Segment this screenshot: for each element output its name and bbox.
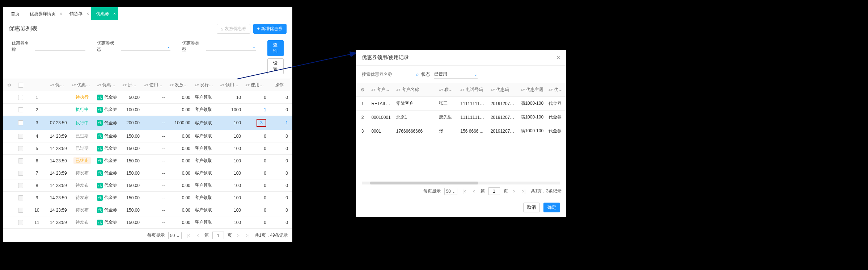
sort-icon: ▴▾ <box>144 84 148 86</box>
col-phone[interactable]: ▴▾电话号码 <box>458 83 488 97</box>
use-qty: 0 <box>268 142 290 155</box>
table-row[interactable]: 2 执行中 代代金券 100.00 -- 0.00 客户领取 1000 1 0 … <box>3 104 292 116</box>
col-customer-name[interactable]: ▴▾客户名称 <box>394 83 437 97</box>
table-row[interactable]: 1 待执行 代代金券 50.00 -- 0.00 客户领取 10 0 0 ⇱ ⊞ <box>3 91 292 104</box>
col-method[interactable]: ▴▾发放方式 <box>167 79 192 91</box>
col-coupon-code[interactable]: ▴▾优惠码 <box>488 83 518 97</box>
type-text: 代金券 <box>104 195 117 200</box>
tab-detail[interactable]: 优惠券详情页 × <box>25 7 64 20</box>
close-icon[interactable]: × <box>86 7 89 20</box>
page-input[interactable] <box>212 232 224 239</box>
prev-page-button[interactable]: < <box>471 189 477 194</box>
state-select[interactable]: 已使用 ⌄ <box>434 70 478 79</box>
row-checkbox[interactable] <box>18 95 23 100</box>
col-use[interactable]: ▴▾使用数量 <box>243 79 268 91</box>
row-checkbox[interactable] <box>18 158 23 163</box>
tab-sales[interactable]: 销货单 × <box>64 7 91 20</box>
horizontal-scrollbar[interactable] <box>362 182 560 184</box>
next-page-button[interactable]: > <box>236 233 241 238</box>
row-checkbox[interactable] <box>18 134 23 139</box>
customer-name: 北京1 <box>394 111 437 124</box>
settings-button[interactable]: 设置 <box>267 58 284 74</box>
table-row[interactable]: 10 14 23:59 待发布 代代金券 150.00 -- 0.00 客户领取… <box>3 204 292 216</box>
gear-icon[interactable]: ⚙ <box>7 83 11 88</box>
coupon-type-select[interactable]: ⌄ <box>206 42 256 51</box>
col-face[interactable]: ▴▾优惠券面值 <box>95 79 120 91</box>
table-row[interactable]: 7 14 23:59 待发布 代代金券 150.00 -- 0.00 客户领取 … <box>3 167 292 179</box>
first-page-button[interactable]: |< <box>185 233 192 238</box>
last-page-button[interactable]: >| <box>245 233 251 238</box>
state-label: 状态 <box>421 71 430 78</box>
prev-page-button[interactable]: < <box>195 233 201 238</box>
page-input[interactable] <box>488 187 500 195</box>
gear-icon[interactable]: ⚙ <box>361 87 365 92</box>
row-checkbox[interactable] <box>18 107 23 112</box>
table-row[interactable]: 5 14 23:59 已过期 代代金券 150.00 -- 0.00 客户领取 … <box>3 142 292 155</box>
table-row[interactable]: 11 14 23:59 待发布 代代金券 150.00 -- 0.00 客户领取… <box>3 216 292 229</box>
col-topic[interactable]: ▴▾优惠主题 <box>518 83 546 97</box>
coupon-status-select[interactable]: ⌄ <box>121 42 170 51</box>
row-checkbox[interactable] <box>18 183 23 188</box>
search-input[interactable] <box>362 72 416 77</box>
tab-home[interactable]: 首页 <box>6 7 25 20</box>
table-row[interactable]: 9 14 23:59 待发布 代代金券 150.00 -- 0.00 客户领取 … <box>3 192 292 204</box>
close-icon[interactable]: × <box>557 54 560 61</box>
row-time: 14 23:59 <box>48 155 69 167</box>
table-row[interactable]: 1 RETAIL... 零散客户 张三 11111111111 20191207… <box>356 97 566 111</box>
issue-coupon-button[interactable]: ⎋ 发放优惠券 <box>217 24 250 34</box>
tab-label: 优惠券详情页 <box>30 11 56 16</box>
per-page-select[interactable]: 50 ⌄ <box>444 188 458 195</box>
coupon-name-input[interactable] <box>35 42 85 51</box>
threshold-value: 0.00 <box>167 142 192 155</box>
row-checkbox[interactable] <box>18 208 23 213</box>
claim-qty: 0 <box>243 179 268 192</box>
last-page-button[interactable]: >| <box>521 189 527 194</box>
row-checkbox[interactable] <box>18 220 23 225</box>
col-type[interactable]: ▴▾优惠券类型 <box>69 79 95 91</box>
search-icon[interactable]: ⌕ <box>416 72 419 77</box>
col-coupon-type[interactable]: ▴▾优惠券类... <box>546 83 566 97</box>
page-summary: 共1页，49条记录 <box>255 232 288 238</box>
col-contact[interactable]: ▴▾联系人 <box>437 83 458 97</box>
table-row[interactable]: 3 07 23:59 执行中 代代金券 200.00 -- 1000.00 客户… <box>3 116 292 130</box>
add-coupon-button[interactable]: + 新增优惠券 <box>253 24 287 34</box>
row-checkbox[interactable] <box>18 120 23 125</box>
col-claim[interactable]: ▴▾领用数量 <box>218 79 243 91</box>
customer-code: RETAIL... <box>369 97 394 111</box>
type-tag-icon: 代 <box>97 170 103 176</box>
cancel-button[interactable]: 取消 <box>523 203 540 212</box>
col-customer-code[interactable]: ▴▾客户... <box>369 83 394 97</box>
col-discount[interactable]: ▴▾折扣% <box>120 79 142 91</box>
table-row[interactable]: 6 14 23:59 已终止 代代金券 150.00 -- 0.00 客户领取 … <box>3 155 292 167</box>
col-status[interactable]: ▴▾优惠券状态 <box>48 79 69 91</box>
threshold-value: 0.00 <box>167 216 192 229</box>
col-threshold[interactable]: ▴▾使用门槛... <box>142 79 167 91</box>
query-button[interactable]: 查询 <box>267 40 284 56</box>
row-index: 3 <box>356 124 369 138</box>
row-checkbox[interactable] <box>18 146 23 151</box>
ok-button[interactable]: 确定 <box>543 203 560 212</box>
method-value: 客户领取 <box>192 192 218 204</box>
table-row[interactable]: 3 0001 17666666666 张 156 6666 ... 201912… <box>356 124 566 138</box>
select-all-checkbox[interactable] <box>18 83 23 88</box>
table-row[interactable]: 8 14 23:59 待发布 代代金券 150.00 -- 0.00 客户领取 … <box>3 179 292 192</box>
table-row[interactable]: 2 00010001 北京1 唐先生 11111111111 20191207O… <box>356 111 566 124</box>
first-page-button[interactable]: |< <box>461 189 467 194</box>
tab-coupon[interactable]: 优惠券 × <box>91 7 118 20</box>
close-icon[interactable]: × <box>60 7 62 20</box>
col-issue[interactable]: ▴▾发行数量 <box>192 79 218 91</box>
row-checkbox[interactable] <box>18 171 23 176</box>
row-checkbox[interactable] <box>18 195 23 200</box>
per-page-select[interactable]: 50 ⌄ <box>168 232 182 239</box>
threshold-value: 0.00 <box>167 91 192 104</box>
next-page-button[interactable]: > <box>512 189 517 194</box>
type-text: 代金券 <box>104 107 117 112</box>
claim-count-link[interactable]: 1 <box>264 107 266 112</box>
customer-code: 0001 <box>369 124 394 138</box>
claim-count-link[interactable]: 3 <box>260 120 263 125</box>
table-row[interactable]: 4 14 23:59 已过期 代代金券 150.00 -- 0.00 客户领取 … <box>3 130 292 142</box>
claim-qty: 0 <box>243 192 268 204</box>
close-icon[interactable]: × <box>113 7 116 20</box>
page-prefix: 第 <box>204 232 209 238</box>
use-count-link[interactable]: 1 <box>285 120 288 125</box>
